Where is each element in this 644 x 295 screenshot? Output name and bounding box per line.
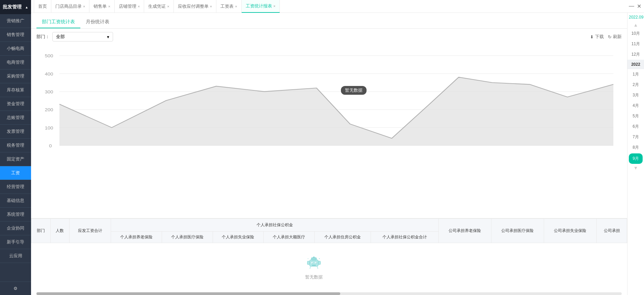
sidebar-item-guide[interactable]: 新手引导 (0, 235, 31, 249)
top-tab-generate-voucher[interactable]: 生成凭证× (144, 0, 173, 13)
sidebar-toggle-icon: ▲ (25, 5, 28, 9)
close-tab-catalog-icon[interactable]: × (83, 4, 85, 8)
empty-row: ✦ ✦ 暂无数据 (31, 243, 627, 291)
svg-rect-22 (312, 265, 316, 266)
col-count: 人数 (50, 219, 70, 243)
chart-container: 0 100 200 300 400 500 (36, 45, 622, 153)
close-all-icon[interactable]: ✕ (637, 3, 641, 9)
chart-tooltip: 暂无数据 (341, 86, 367, 95)
top-tab-payroll[interactable]: 工资表× (216, 0, 241, 13)
svg-text:✦: ✦ (319, 258, 320, 260)
toolbar-right: ⬇ 下载 ↻ 刷新 (590, 34, 622, 40)
svg-rect-16 (311, 258, 317, 260)
sidebar-item-cloud[interactable]: 云应用 (0, 249, 31, 263)
sub-tab-dept-stats[interactable]: 部门工资统计表 (36, 16, 80, 28)
empty-state: ✦ ✦ 暂无数据 (31, 243, 597, 290)
chart-svg: 0 100 200 300 400 500 (36, 45, 622, 153)
close-tab-payroll-icon[interactable]: × (235, 4, 237, 8)
sidebar: 批发管理 ▲ 营销推广销售管理小畅电商电商管理采购管理库存核算资金管理总账管理发… (0, 0, 31, 295)
sidebar-item-tax[interactable]: 税务管理 (0, 139, 31, 152)
timeline-item[interactable]: 3月 (627, 90, 644, 100)
top-tab-sales-order[interactable]: 销售单× (89, 0, 114, 13)
col-company-pension: 公司承担养老保险 (438, 219, 491, 243)
sidebar-item-inventory[interactable]: 库存核算 (0, 83, 31, 97)
sub-tab-monthly-stats[interactable]: 月份统计表 (80, 16, 115, 28)
close-tab-generate-voucher-icon[interactable]: × (167, 4, 169, 8)
timeline-item[interactable]: 5月 (627, 111, 644, 121)
close-tab-sales-order-icon[interactable]: × (108, 4, 110, 8)
top-tabs: 首页门店商品目录×销售单×店铺管理×生成凭证×应收应付调整单×工资表×工资统计报… (31, 0, 644, 13)
download-icon: ⬇ (590, 34, 594, 39)
close-tab-receivable-icon[interactable]: × (210, 4, 212, 8)
page-content: 部门工资统计表月份统计表 部门： 全部 ▾ ⬇ 下载 ↻ (31, 13, 627, 295)
timeline-item[interactable]: 2月 (627, 80, 644, 90)
minimize-icon[interactable]: — (629, 3, 634, 9)
top-tab-store-mgmt[interactable]: 店铺管理× (115, 0, 144, 13)
timeline-item[interactable]: 10月 (627, 28, 644, 39)
timeline-current[interactable]: 2022.09 (627, 13, 644, 22)
svg-point-17 (313, 257, 315, 258)
svg-text:500: 500 (45, 53, 53, 58)
sidebar-item-finance[interactable]: 资金管理 (0, 97, 31, 111)
sidebar-item-assets[interactable]: 固定资产 (0, 152, 31, 166)
sidebar-item-salary[interactable]: 工资 (0, 166, 31, 180)
sidebar-item-system[interactable]: 系统管理 (0, 208, 31, 222)
dept-select[interactable]: 全部 ▾ (52, 32, 113, 41)
timeline-item[interactable]: 8月 (627, 142, 644, 153)
sidebar-item-sales[interactable]: 销售管理 (0, 28, 31, 42)
top-tab-catalog[interactable]: 门店商品目录× (51, 0, 89, 13)
gear-icon: ⚙ (14, 286, 18, 291)
dept-label: 部门： (36, 34, 50, 40)
sidebar-item-ecommerce-small[interactable]: 小畅电商 (0, 42, 31, 56)
toolbar-left: 部门： 全部 ▾ (36, 32, 113, 41)
toolbar: 部门： 全部 ▾ ⬇ 下载 ↻ 刷新 (31, 29, 627, 45)
svg-rect-15 (318, 261, 321, 264)
timeline-item[interactable]: 11月 (627, 39, 644, 49)
col-personal-total: 个人承担社保公积金合计 (371, 232, 438, 243)
timeline-panel: 2022.09 ▲ 10月11月12月20221月2月3月4月5月6月7月8月9… (627, 13, 644, 295)
timeline-item-active[interactable]: 9月 (629, 153, 643, 164)
top-tab-home[interactable]: 首页 (34, 0, 51, 13)
svg-text:100: 100 (45, 125, 53, 130)
col-salary: 应发工资合计 (70, 219, 111, 243)
top-tab-payroll-report[interactable]: 工资统计报表× (242, 0, 280, 13)
sidebar-item-basic[interactable]: 基础信息 (0, 194, 31, 208)
sidebar-item-purchase[interactable]: 采购管理 (0, 69, 31, 83)
col-personal-housing: 个人承担住房公积金 (314, 232, 371, 243)
chart-area: 0 100 200 300 400 500 (31, 45, 627, 218)
sidebar-item-invoice[interactable]: 发票管理 (0, 125, 31, 139)
timeline-down-arrow[interactable]: ▼ (627, 165, 644, 171)
col-company-other: 公司承担 (597, 219, 627, 243)
robot-icon: ✦ ✦ (302, 253, 326, 271)
refresh-label: 刷新 (613, 34, 622, 40)
col-personal-unemployment: 个人承担失业保险 (213, 232, 264, 243)
refresh-button[interactable]: ↻ 刷新 (608, 34, 622, 40)
download-button[interactable]: ⬇ 下载 (590, 34, 604, 40)
col-personal-major-medical: 个人承担大额医疗 (264, 232, 315, 243)
timeline-item[interactable]: 6月 (627, 121, 644, 132)
top-nav-actions: — ✕ (629, 3, 641, 9)
timeline-item[interactable]: 7月 (627, 132, 644, 142)
timeline-year[interactable]: 2022 (627, 60, 644, 69)
sidebar-item-ledger[interactable]: 总账管理 (0, 111, 31, 125)
sidebar-item-collab[interactable]: 企业协同 (0, 222, 31, 235)
top-tab-receivable[interactable]: 应收应付调整单× (174, 0, 216, 13)
sidebar-title: 批发管理 (3, 4, 22, 10)
close-tab-payroll-report-icon[interactable]: × (273, 4, 275, 8)
table-scrollbar[interactable] (36, 292, 622, 295)
sidebar-footer-settings[interactable]: ⚙ (0, 282, 31, 295)
timeline-item[interactable]: 4月 (627, 100, 644, 111)
sidebar-item-ecommerce[interactable]: 电商管理 (0, 56, 31, 69)
col-personal-medical: 个人承担医疗保险 (162, 232, 213, 243)
sidebar-item-marketing[interactable]: 营销推广 (0, 14, 31, 28)
sidebar-header[interactable]: 批发管理 ▲ (0, 0, 31, 14)
timeline-item[interactable]: 12月 (627, 49, 644, 60)
close-tab-store-mgmt-icon[interactable]: × (138, 4, 140, 8)
timeline-up-arrow[interactable]: ▲ (627, 22, 644, 28)
svg-text:✦: ✦ (307, 258, 309, 260)
svg-text:200: 200 (45, 107, 53, 112)
table-area[interactable]: 部门 人数 应发工资合计 个人承担社保公积金 公司承担养老保险 公司承担医疗保险… (31, 218, 627, 292)
timeline-item[interactable]: 1月 (627, 69, 644, 80)
sidebar-item-operations[interactable]: 经营管理 (0, 180, 31, 194)
table-scrollbar-thumb[interactable] (36, 292, 340, 295)
